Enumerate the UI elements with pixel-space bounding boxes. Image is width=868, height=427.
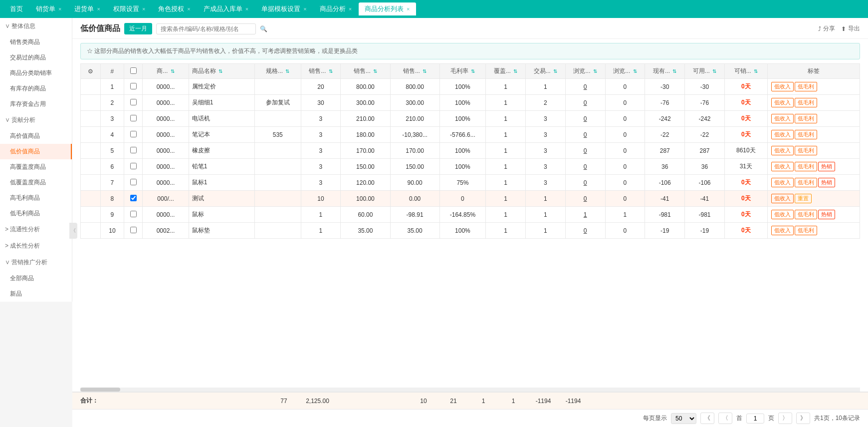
sidebar-item-low-coverage[interactable]: 低覆盖度商品 <box>0 175 72 190</box>
view-link[interactable]: 0 <box>584 131 587 138</box>
row-checkbox-cell[interactable] <box>124 191 143 207</box>
row-checkbox[interactable] <box>130 179 137 185</box>
row-checkbox-cell[interactable] <box>124 223 143 239</box>
row-checkbox[interactable] <box>130 147 137 153</box>
view1-cell[interactable]: 0 <box>565 175 605 191</box>
avail-col-header[interactable]: 可用... ⇅ <box>685 64 725 79</box>
select-all-checkbox[interactable] <box>130 67 137 74</box>
sidebar-item-category-sales[interactable]: 商品分类助销率 <box>0 65 72 81</box>
export-button[interactable]: ⬆ 导出 <box>841 24 860 33</box>
sidebar-item-high-coverage[interactable]: 高覆盖度商品 <box>0 159 72 175</box>
sales-amount-col-header[interactable]: 销售... ⇅ <box>341 64 390 79</box>
date-filter-button[interactable]: 近一月 <box>124 23 152 34</box>
row-checkbox[interactable] <box>130 99 137 105</box>
view1-cell[interactable]: 0 <box>565 143 605 159</box>
view-link[interactable]: 0 <box>584 179 587 186</box>
sidebar-collapse-button[interactable]: 《 <box>69 223 77 239</box>
sidebar-item-high-value[interactable]: 高价值商品 <box>0 128 72 144</box>
view1-cell[interactable]: 0 <box>565 159 605 175</box>
sell-col-header[interactable]: 可销... ⇅ <box>724 64 767 79</box>
view-link[interactable]: 0 <box>584 147 587 154</box>
nav-role-auth[interactable]: 角色授权 × <box>152 2 196 15</box>
horizontal-scrollbar[interactable] <box>80 388 860 392</box>
spec-col-header[interactable]: 规格... ⇅ <box>255 64 301 79</box>
close-icon[interactable]: × <box>187 6 190 12</box>
close-icon[interactable]: × <box>407 6 410 12</box>
sidebar-group-contribution[interactable]: ∨ 贡献分析 <box>0 112 72 128</box>
scrollbar-thumb[interactable] <box>80 388 120 392</box>
view-link[interactable]: 1 <box>584 211 587 218</box>
sidebar-item-traded-products[interactable]: 交易过的商品 <box>0 50 72 65</box>
row-checkbox-cell[interactable] <box>124 159 143 175</box>
row-checkbox[interactable] <box>130 83 137 89</box>
view1-cell[interactable]: 0 <box>565 127 605 143</box>
view1-cell[interactable]: 0 <box>565 223 605 239</box>
sidebar-group-overview[interactable]: ∨ 整体信息 <box>0 18 72 34</box>
row-checkbox[interactable] <box>130 195 137 201</box>
search-input[interactable] <box>156 23 256 34</box>
stock-col-header[interactable]: 现有... ⇅ <box>645 64 685 79</box>
close-icon[interactable]: × <box>245 6 248 12</box>
close-icon[interactable]: × <box>349 6 352 12</box>
checkbox-col-header[interactable] <box>124 64 143 79</box>
sidebar-item-low-profit[interactable]: 低毛利商品 <box>0 206 72 221</box>
sidebar-item-new-products[interactable]: 新品 <box>0 286 72 302</box>
nav-home[interactable]: 首页 <box>4 2 29 15</box>
view-link[interactable]: 0 <box>584 163 587 170</box>
code-col-header[interactable]: 商... ⇅ <box>143 64 189 79</box>
view1-cell[interactable]: 0 <box>565 111 605 127</box>
table-wrapper[interactable]: ⚙ # 商... ⇅ 商品名称 ⇅ 规格... ⇅ 销售... ⇅ 销售... … <box>72 63 868 388</box>
nav-product-analysis-list[interactable]: 商品分析列表 × <box>359 2 416 15</box>
nav-sales-order[interactable]: 销货单 × <box>30 2 67 15</box>
row-checkbox[interactable] <box>130 227 137 233</box>
nav-permissions[interactable]: 权限设置 × <box>107 2 151 15</box>
close-icon[interactable]: × <box>142 6 145 12</box>
sidebar-item-all-products[interactable]: 全部商品 <box>0 271 72 286</box>
close-icon[interactable]: × <box>303 6 306 12</box>
view-link[interactable]: 0 <box>584 227 587 234</box>
sidebar-item-low-value[interactable]: 低价值商品 <box>0 144 72 159</box>
sidebar-item-sales-products[interactable]: 销售类商品 <box>0 34 72 50</box>
sidebar-group-marketing[interactable]: ∨ 营销推广分析 <box>0 254 72 271</box>
view1-cell[interactable]: 1 <box>565 207 605 223</box>
nav-product-analysis[interactable]: 商品分析 × <box>314 2 358 15</box>
row-checkbox-cell[interactable] <box>124 95 143 111</box>
nav-product-stock[interactable]: 产成品入库单 × <box>198 2 254 15</box>
row-checkbox-cell[interactable] <box>124 175 143 191</box>
first-page-button[interactable]: 《 <box>700 413 714 424</box>
settings-col-header[interactable]: ⚙ <box>81 64 101 79</box>
margin-col-header[interactable]: 毛利率 ⇅ <box>439 64 486 79</box>
last-page-button[interactable]: 》 <box>796 413 810 424</box>
close-icon[interactable]: × <box>97 6 100 12</box>
name-col-header[interactable]: 商品名称 ⇅ <box>189 64 254 79</box>
trade-col-header[interactable]: 交易... ⇅ <box>525 64 565 79</box>
view-link[interactable]: 0 <box>584 195 587 202</box>
nav-template-settings[interactable]: 单据模板设置 × <box>255 2 312 15</box>
row-checkbox[interactable] <box>130 163 137 169</box>
cover-col-header[interactable]: 覆盖... ⇅ <box>486 64 526 79</box>
view1-cell[interactable]: 0 <box>565 191 605 207</box>
sidebar-group-growth[interactable]: > 成长性分析 <box>0 238 72 254</box>
view1-col-header[interactable]: 浏览... ⇅ <box>565 64 605 79</box>
view-link[interactable]: 0 <box>584 99 587 106</box>
next-page-button[interactable]: 〉 <box>778 413 792 424</box>
view-link[interactable]: 0 <box>584 115 587 122</box>
row-checkbox-cell[interactable] <box>124 79 143 95</box>
sidebar-item-high-profit[interactable]: 高毛利商品 <box>0 190 72 206</box>
row-checkbox-cell[interactable] <box>124 127 143 143</box>
row-checkbox[interactable] <box>130 131 137 137</box>
close-icon[interactable]: × <box>58 6 61 12</box>
view-link[interactable]: 0 <box>584 83 587 90</box>
sales-qty-col-header[interactable]: 销售... ⇅ <box>301 64 341 79</box>
sidebar-group-liquidity[interactable]: > 流通性分析 <box>0 221 72 238</box>
row-checkbox-cell[interactable] <box>124 143 143 159</box>
view2-col-header[interactable]: 浏览... ⇅ <box>605 64 645 79</box>
row-checkbox[interactable] <box>130 211 137 217</box>
sidebar-item-stock-capital[interactable]: 库存资金占用 <box>0 96 72 112</box>
prev-page-button[interactable]: 〈 <box>718 413 732 424</box>
page-number-input[interactable] <box>746 414 764 424</box>
row-checkbox-cell[interactable] <box>124 207 143 223</box>
nav-purchase-order[interactable]: 进货单 × <box>68 2 106 15</box>
row-checkbox-cell[interactable] <box>124 111 143 127</box>
row-checkbox[interactable] <box>130 115 137 121</box>
